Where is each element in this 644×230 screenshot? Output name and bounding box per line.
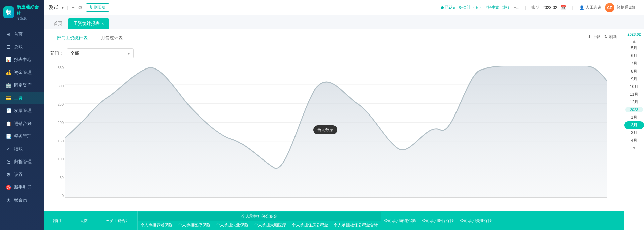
subtab-dept[interactable]: 部门工资统计表 [50, 32, 94, 44]
sidebar-item-home[interactable]: ⊞ 首页 [0, 28, 44, 41]
tab-close-icon[interactable]: × [102, 21, 104, 26]
dept-select[interactable]: 全部 ▾ [67, 48, 134, 58]
col-personal-housing: 个人承担住房公积金 [289, 221, 331, 229]
group-personal-cols: 个人承担养老保险 个人承担医疗保险 个人承担失业保险 个人承担大额医疗 个人承担… [138, 221, 381, 229]
switch-to-old-btn[interactable]: 切到旧版 [86, 3, 109, 12]
settings-icon: ⚙ [5, 172, 11, 177]
sidebar-label: 结账 [14, 146, 23, 152]
invoice-icon: 🧾 [5, 108, 11, 113]
sidebar-label: 发票管理 [14, 108, 32, 114]
sidebar-label: 固定资产 [14, 82, 32, 88]
month-apr[interactable]: 4月 [624, 137, 644, 144]
month-jun[interactable]: 6月 [624, 52, 644, 60]
sidebar-item-invoice[interactable]: 🧾 发票管理 [0, 104, 44, 117]
close-month-icon: ✓ [5, 146, 11, 152]
sidebar-item-archive[interactable]: 🗂 归档管理 [0, 155, 44, 168]
chart-container: 0 50 100 150 200 250 300 350 [44, 62, 624, 211]
download-icon: ⬇ [588, 34, 591, 39]
month-mar[interactable]: 3月 [624, 129, 644, 137]
settings-btn[interactable]: ⚙ [78, 5, 83, 10]
sidebar-item-vip[interactable]: ★ 畅会员 [0, 194, 44, 206]
certified-dot [441, 6, 444, 9]
calendar-icon[interactable]: 📅 [561, 5, 566, 10]
sidebar-item-funds[interactable]: 💰 资金管理 [0, 66, 44, 79]
y-label-250: 250 [50, 102, 64, 106]
col-personal-medical: 个人承担医疗保险 [175, 221, 213, 229]
month-oct[interactable]: 10月 [624, 83, 644, 91]
logo-text: 畅捷通好会计 专业版 [17, 4, 40, 21]
sidebar-item-salary[interactable]: 💳 工资 [0, 92, 44, 104]
col-personal-medical2: 个人承担大额医疗 [251, 221, 289, 229]
col-company-unemployment: 公司承担失业保险 [457, 211, 495, 230]
business-status: +好生意（标） [485, 5, 512, 10]
y-axis: 0 50 100 150 200 250 300 350 [50, 66, 64, 198]
col-company-pension: 公司承担养老保险 [381, 211, 419, 230]
subtab-month[interactable]: 月份统计表 [94, 32, 129, 44]
refresh-icon: ↻ [604, 34, 608, 39]
assets-icon: 🏢 [5, 83, 11, 88]
chevron-down-icon: ▾ [128, 51, 130, 56]
sidebar-item-tax[interactable]: 📑 税务管理 [0, 130, 44, 143]
month-aug[interactable]: 8月 [624, 67, 644, 75]
sidebar-item-settings[interactable]: ⚙ 设置 [0, 168, 44, 181]
funds-icon: 💰 [5, 70, 11, 75]
assistant-label: 人工咨询 [586, 5, 602, 10]
col-dept: 部门 [44, 211, 70, 230]
sidebar-item-ledger[interactable]: ☰ 总账 [0, 41, 44, 53]
sidebar-label: 进销台账 [14, 121, 32, 127]
month-sep[interactable]: 9月 [624, 75, 644, 83]
refresh-label: 刷新 [609, 34, 617, 40]
year-2023[interactable]: 2023 [625, 107, 643, 112]
tab-salary[interactable]: 工资统计报表 × [68, 18, 109, 29]
month-jul[interactable]: 7月 [624, 60, 644, 67]
sidebar-item-reports[interactable]: 📊 报表中心 [0, 53, 44, 66]
tabbar: 首页 工资统计报表 × [44, 15, 644, 29]
subtab-actions: ⬇ 下载 ↻ 刷新 [588, 32, 617, 44]
archive-icon: 🗂 [5, 159, 11, 165]
month-may[interactable]: 5月 [624, 44, 644, 52]
chart-svg-area: 暂无数据 [65, 66, 607, 198]
sep3: | [572, 5, 573, 10]
month-feb-active[interactable]: 2月 [624, 121, 644, 129]
chart-tooltip: 暂无数据 [313, 125, 337, 134]
current-date-display: 2023.02 [626, 31, 642, 38]
topbar: 测试 ▾ | + ⚙ 切到旧版 已认证 好会计（专） +好生意（标） +... … [44, 0, 644, 15]
period-label: 账期 [531, 5, 539, 10]
sidebar-label: 报表中心 [14, 57, 32, 63]
purchase-icon: 📋 [5, 121, 11, 126]
download-btn[interactable]: ⬇ 下载 [588, 34, 600, 40]
sidebar-item-assets[interactable]: 🏢 固定资产 [0, 79, 44, 92]
user-profile[interactable]: CE 轻捷通B组... [605, 3, 639, 12]
refresh-btn[interactable]: ↻ 刷新 [604, 34, 617, 40]
company-dropdown[interactable]: ▾ [62, 5, 64, 10]
logo[interactable]: 畅 畅捷通好会计 专业版 [0, 0, 44, 25]
add-icon[interactable]: + [71, 5, 74, 11]
sidebar: 畅 畅捷通好会计 专业版 ⊞ 首页 ☰ 总账 📊 报表中心 💰 资金管理 🏢 固… [0, 0, 44, 230]
home-icon: ⊞ [5, 32, 11, 37]
month-dec[interactable]: 12月 [624, 98, 644, 106]
sidebar-nav: ⊞ 首页 ☰ 总账 📊 报表中心 💰 资金管理 🏢 固定资产 💳 工资 🧾 发票… [0, 25, 44, 230]
tax-icon: 📑 [5, 134, 11, 139]
tab-home[interactable]: 首页 [49, 18, 67, 29]
company-name: 测试 [49, 5, 58, 11]
guide-icon: 🎯 [5, 185, 11, 190]
filter-bar: 部门： 全部 ▾ [44, 44, 624, 62]
assistant-icon: 👤 [579, 5, 584, 10]
table-footer: 部门 人数 应发工资合计 个人承担社保公积金 个人承担养老保险 [44, 211, 624, 230]
month-nov[interactable]: 11月 [624, 91, 644, 98]
right-date-panel: 2023.02 ▲ 5月 6月 7月 8月 9月 10月 11月 12月 202… [624, 29, 644, 230]
month-jan[interactable]: 1月 [624, 113, 644, 121]
date-nav-up[interactable]: ▲ [631, 38, 638, 44]
assistant-btn[interactable]: 👤 人工咨询 [579, 5, 602, 10]
sidebar-item-close[interactable]: ✓ 结账 [0, 143, 44, 155]
salary-icon: 💳 [5, 95, 11, 101]
subtab-bar: 部门工资统计表 月份统计表 ⬇ 下载 ↻ 刷新 [44, 29, 624, 44]
good-account-status: 好会计（专） [459, 5, 483, 10]
col-company-medical: 公司承担医疗保险 [419, 211, 457, 230]
sidebar-item-purchase[interactable]: 📋 进销台账 [0, 117, 44, 130]
sidebar-item-guide[interactable]: 🎯 新手引导 [0, 181, 44, 194]
sidebar-label: 畅会员 [14, 197, 27, 203]
date-nav-down[interactable]: ▼ [631, 144, 638, 151]
user-name: 轻捷通B组... [616, 5, 639, 10]
more-status: +... [514, 5, 519, 10]
